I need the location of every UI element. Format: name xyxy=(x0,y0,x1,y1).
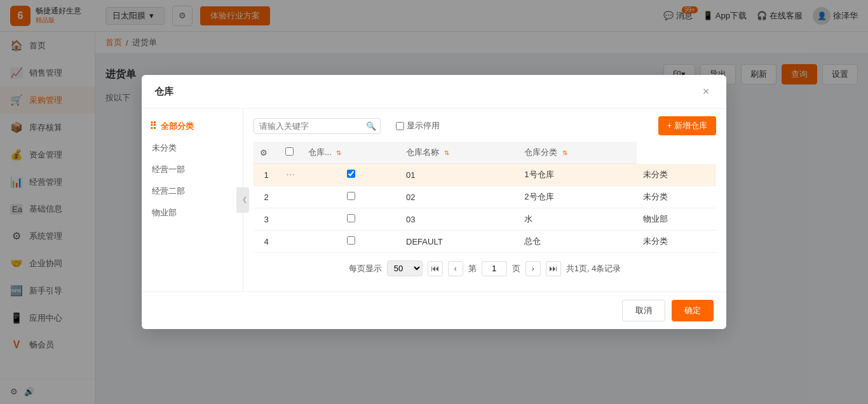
row-code: DEFAULT xyxy=(400,231,518,253)
last-page-button[interactable]: ⏭ xyxy=(546,261,561,276)
row-select-checkbox[interactable] xyxy=(347,170,355,178)
more-dots-icon[interactable]: ··· xyxy=(286,169,294,180)
category-item-dept2[interactable]: 经营二部 xyxy=(142,180,243,202)
new-warehouse-button[interactable]: + 新增仓库 xyxy=(658,116,716,135)
table-body: 1 ··· 01 1号仓库 未分类 2 02 2号仓库 未分类 3 xyxy=(254,164,716,253)
row-number: 2 xyxy=(254,186,279,208)
row-more[interactable] xyxy=(279,186,302,208)
next-page-button[interactable]: › xyxy=(526,261,541,276)
search-area: 🔍 显示停用 xyxy=(254,118,440,134)
page-prefix-label: 第 xyxy=(468,263,477,274)
row-checkbox[interactable] xyxy=(302,164,400,186)
dialog-overlay: 仓库 × ⠿ 全部分类 未分类 经营一部 经营二部 xyxy=(0,0,868,404)
th-name[interactable]: 仓库名称 ⇅ xyxy=(400,142,518,164)
row-category: 未分类 xyxy=(637,186,716,208)
per-page-select[interactable]: 50 10 20 100 xyxy=(387,260,423,276)
table-toolbar: 🔍 显示停用 + 新增仓库 xyxy=(254,116,716,135)
first-page-button[interactable]: ⏮ xyxy=(428,261,443,276)
row-more[interactable] xyxy=(279,231,302,253)
table-row[interactable]: 2 02 2号仓库 未分类 xyxy=(254,186,716,208)
category-all[interactable]: ⠿ 全部分类 xyxy=(142,115,243,137)
pagination: 每页显示 50 10 20 100 ⏮ ‹ 第 页 › ⏭ 共1页, 4条记录 xyxy=(254,253,716,284)
category-label-1: 经营一部 xyxy=(152,165,185,174)
dialog-footer: 取消 确定 xyxy=(142,292,726,329)
category-item-dept1[interactable]: 经营一部 xyxy=(142,159,243,180)
th-category[interactable]: 仓库分类 ⇅ xyxy=(518,142,636,164)
row-code: 03 xyxy=(400,208,518,231)
search-box: 🔍 xyxy=(254,118,381,134)
sort-icon-category: ⇅ xyxy=(562,149,567,156)
show-disabled-checkbox[interactable]: 显示停用 xyxy=(396,120,440,131)
row-name: 总仓 xyxy=(518,231,636,253)
dialog-close-button[interactable]: × xyxy=(698,84,714,99)
table-container: ⚙ 仓库... ⇅ 仓库名称 ⇅ xyxy=(254,142,716,253)
sort-icon-name: ⇅ xyxy=(444,149,449,156)
row-name: 水 xyxy=(518,208,636,231)
row-checkbox[interactable] xyxy=(302,231,400,253)
dialog-title: 仓库 xyxy=(154,86,173,98)
category-dots-icon: ⠿ xyxy=(149,120,157,132)
sort-icon-code: ⇅ xyxy=(336,149,341,156)
confirm-button[interactable]: 确定 xyxy=(672,300,714,321)
th-checkbox[interactable] xyxy=(279,142,302,164)
th-category-label: 仓库分类 xyxy=(524,147,557,157)
show-disabled-label: 显示停用 xyxy=(407,120,440,131)
search-input[interactable] xyxy=(259,121,366,131)
row-more[interactable]: ··· xyxy=(279,164,302,186)
row-category: 未分类 xyxy=(637,164,716,186)
row-name: 1号仓库 xyxy=(518,164,636,186)
cancel-button[interactable]: 取消 xyxy=(622,300,665,321)
row-checkbox[interactable] xyxy=(302,186,400,208)
table-panel: 🔍 显示停用 + 新增仓库 ⚙ xyxy=(243,109,726,292)
category-item-uncategorized[interactable]: 未分类 xyxy=(142,137,243,159)
row-select-checkbox[interactable] xyxy=(347,214,355,222)
row-number: 3 xyxy=(254,208,279,231)
dialog-body: ⠿ 全部分类 未分类 经营一部 经营二部 物业部 《 xyxy=(142,109,726,292)
select-all-checkbox[interactable] xyxy=(285,147,294,156)
row-more[interactable] xyxy=(279,208,302,231)
row-category: 未分类 xyxy=(637,231,716,253)
category-label-3: 物业部 xyxy=(152,208,177,217)
warehouse-table: ⚙ 仓库... ⇅ 仓库名称 ⇅ xyxy=(254,142,716,253)
th-code[interactable]: 仓库... ⇅ xyxy=(302,142,400,164)
row-code: 01 xyxy=(400,164,518,186)
table-row[interactable]: 4 DEFAULT 总仓 未分类 xyxy=(254,231,716,253)
row-category: 物业部 xyxy=(637,208,716,231)
category-all-label: 全部分类 xyxy=(161,121,194,132)
page-number-input[interactable] xyxy=(482,261,507,276)
warehouse-dialog: 仓库 × ⠿ 全部分类 未分类 经营一部 经营二部 xyxy=(142,75,726,329)
row-select-checkbox[interactable] xyxy=(347,192,355,200)
per-page-label: 每页显示 xyxy=(349,263,382,274)
category-label-0: 未分类 xyxy=(152,143,177,152)
row-code: 02 xyxy=(400,186,518,208)
table-header: ⚙ 仓库... ⇅ 仓库名称 ⇅ xyxy=(254,142,716,164)
row-checkbox[interactable] xyxy=(302,208,400,231)
category-item-property[interactable]: 物业部 xyxy=(142,202,243,224)
page-suffix-label: 页 xyxy=(512,263,520,274)
total-info: 共1页, 4条记录 xyxy=(566,263,621,274)
show-disabled-toggle[interactable] xyxy=(396,122,404,130)
category-collapse-button[interactable]: 《 xyxy=(236,187,249,213)
th-gear[interactable]: ⚙ xyxy=(254,142,279,164)
table-row[interactable]: 1 ··· 01 1号仓库 未分类 xyxy=(254,164,716,186)
th-name-label: 仓库名称 xyxy=(406,147,439,157)
row-name: 2号仓库 xyxy=(518,186,636,208)
row-number: 1 xyxy=(254,164,279,186)
prev-page-button[interactable]: ‹ xyxy=(448,261,463,276)
table-row[interactable]: 3 03 水 物业部 xyxy=(254,208,716,231)
category-label-2: 经营二部 xyxy=(152,186,185,196)
category-panel: ⠿ 全部分类 未分类 经营一部 经营二部 物业部 《 xyxy=(142,109,243,292)
search-icon[interactable]: 🔍 xyxy=(366,121,376,131)
th-code-label: 仓库... xyxy=(308,147,332,157)
dialog-header: 仓库 × xyxy=(142,75,726,109)
row-select-checkbox[interactable] xyxy=(347,236,355,245)
row-number: 4 xyxy=(254,231,279,253)
